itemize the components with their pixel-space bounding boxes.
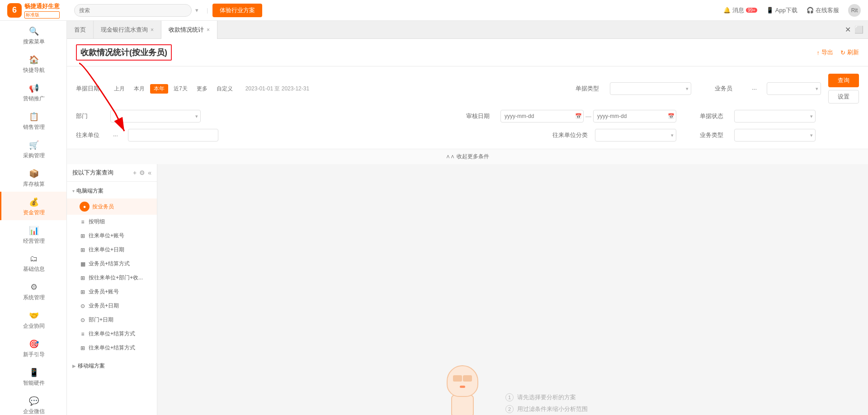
sidebar-item-inventory[interactable]: 📦 库存核算	[0, 163, 66, 192]
sidebar-item-operations[interactable]: 📊 经营管理	[0, 220, 66, 249]
date-tab-more[interactable]: 更多	[193, 84, 211, 94]
tab-bank-flow-close[interactable]: ×	[151, 27, 154, 33]
scheme-group-mobile: ▶ 移动端方案	[67, 357, 157, 375]
tab-collection-stats-close[interactable]: ×	[207, 27, 210, 33]
scheme-header-label: 按以下方案查询	[72, 169, 113, 177]
scheme-header: 按以下方案查询 + ⚙ «	[67, 164, 157, 182]
scheme-group-mobile-title[interactable]: ▶ 移动端方案	[67, 358, 157, 373]
scheme-add-btn[interactable]: +	[133, 169, 137, 176]
page-title: 收款情况统计(按业务员)	[76, 44, 172, 61]
dept-select-wrapper	[110, 110, 201, 123]
sidebar-item-corp-collab[interactable]: 🤝 企业协同	[0, 305, 66, 334]
app-logo: 6	[7, 3, 22, 18]
nav-dropdown-icon[interactable]: ▾	[195, 7, 198, 14]
scheme-item-by-salesman[interactable]: ● 按业务员	[67, 198, 157, 215]
review-date-start-input[interactable]	[500, 110, 584, 123]
sidebar-item-system[interactable]: ⚙ 系统管理	[0, 277, 66, 305]
dept-label: 部门	[76, 112, 103, 120]
list-icon: ≡	[80, 219, 86, 225]
app-download-btn[interactable]: 📱 App下载	[766, 6, 797, 14]
date-tab-7days[interactable]: 近7天	[170, 84, 191, 94]
scheme-item-customer-settlement1[interactable]: ≡ 往来单位+结算方式	[67, 327, 157, 341]
collapse-text: 收起更多条件	[457, 153, 489, 160]
query-btn[interactable]: 查询	[828, 74, 859, 87]
sidebar-item-smart-hw[interactable]: 📱 智能硬件	[0, 362, 66, 391]
review-date-end-input[interactable]	[593, 110, 676, 123]
scheme-collapse-btn[interactable]: «	[148, 169, 151, 176]
date-range-text: 2023-01-01 至 2023-12-31	[245, 85, 309, 93]
customer-more-btn[interactable]: ···	[110, 131, 121, 140]
refresh-btn[interactable]: ↻ 刷新	[840, 48, 859, 57]
salesman-more-btn[interactable]: ···	[749, 85, 760, 93]
date-dash: —	[585, 113, 591, 120]
sidebar-item-corp-wechat[interactable]: 💬 企业微信	[0, 391, 66, 415]
scheme-item-customer-settlement2[interactable]: ⊞ 往来单位+结算方式	[67, 341, 157, 355]
tab-maximize-btn[interactable]: ⬜	[854, 25, 863, 34]
filter-row-2: 部门 审核日期 —	[76, 110, 859, 123]
date-tab-this-month[interactable]: 本月	[130, 84, 148, 94]
messages-btn[interactable]: 🔔 消息 99+	[723, 6, 757, 14]
sidebar-item-guide[interactable]: 🎯 新手引导	[0, 334, 66, 362]
empty-robot-illustration	[438, 365, 487, 415]
mobile-group-arrow: ▶	[72, 363, 76, 368]
scheme-item-salesman-account[interactable]: ⊞ 业务员+账号	[67, 285, 157, 299]
list-icon-2: ≡	[80, 331, 86, 337]
logo-area: 6 畅捷通好生意 标准版	[7, 2, 74, 19]
tab-bank-flow[interactable]: 现金银行流水查询 ×	[94, 21, 161, 39]
sidebar-item-finance[interactable]: 💰 资金管理	[0, 192, 66, 220]
smart-hw-icon: 📱	[29, 368, 39, 377]
collapse-bar[interactable]: ∧∧ 收起更多条件	[67, 149, 868, 164]
scheme-item-by-detail[interactable]: ≡ 按明细	[67, 215, 157, 229]
dept-select[interactable]	[110, 110, 201, 123]
scheme-item-dept-date[interactable]: ⊙ 部门+日期	[67, 313, 157, 327]
sidebar-item-marketing[interactable]: 📢 营销推广	[0, 78, 66, 106]
tab-bar-right: ✕ ⬜	[845, 25, 868, 34]
guide-icon: 🎯	[29, 339, 39, 349]
date-tab-this-year[interactable]: 本年	[150, 84, 168, 94]
scheme-item-customer-account[interactable]: ⊞ 往来单位+账号	[67, 229, 157, 243]
set-btn[interactable]: 设置	[828, 90, 859, 104]
customer-label: 往来单位	[76, 131, 103, 139]
sidebar-item-search[interactable]: 🔍 搜索菜单	[0, 21, 66, 49]
customer-category-select[interactable]	[595, 129, 676, 141]
refresh-icon: ↻	[840, 49, 845, 56]
scheme-group-desktop-title[interactable]: ▾ 电脑端方案	[67, 184, 157, 198]
date-tab-last-month[interactable]: 上月	[110, 84, 128, 94]
voucher-type-select[interactable]	[610, 82, 691, 95]
tab-close-all-btn[interactable]: ✕	[845, 25, 851, 34]
scheme-settings-btn[interactable]: ⚙	[139, 169, 145, 176]
voucher-type-label: 单据类型	[576, 85, 603, 93]
filter-row-1: 单据日期 上月 本月 本年 近7天 更多 自定义 2023-01-01 至 20…	[76, 74, 859, 104]
purchase-icon: 🛒	[29, 140, 39, 150]
online-service-btn[interactable]: 🎧 在线客服	[807, 6, 839, 14]
scheme-item-salesman-date[interactable]: ⊙ 业务员+日期	[67, 299, 157, 313]
tab-collection-stats[interactable]: 收款情况统计 ×	[161, 21, 217, 39]
voucher-status-select[interactable]	[734, 110, 816, 123]
customer-input-area[interactable]	[128, 129, 218, 141]
review-date-group: —	[500, 110, 676, 123]
trial-btn[interactable]: 体验行业方案	[212, 4, 262, 17]
business-type-select[interactable]	[734, 129, 816, 141]
clock-icon-1: ⊙	[80, 303, 86, 309]
sidebar-item-quick-nav[interactable]: 🏠 快捷导航	[0, 49, 66, 78]
filter-panel: 单据日期 上月 本月 本年 近7天 更多 自定义 2023-01-01 至 20…	[67, 66, 868, 149]
table-icon-3: ⊞	[80, 275, 86, 281]
header-search-input[interactable]	[74, 4, 192, 17]
layout: 🔍 搜索菜单 🏠 快捷导航 📢 营销推广 📋 销售管理 🛒 采购管理 📦 库存核…	[0, 21, 868, 415]
scheme-item-salesman-settlement[interactable]: ▦ 业务员+结算方式	[67, 257, 157, 271]
voucher-status-label: 单据状态	[700, 112, 727, 120]
user-avatar[interactable]: Rit	[848, 4, 861, 17]
scheme-item-customer-dept-collect[interactable]: ⊞ 按往来单位+部门+收...	[67, 271, 157, 285]
date-tab-custom[interactable]: 自定义	[213, 84, 236, 94]
business-type-label: 业务类型	[700, 131, 727, 139]
scheme-item-customer-date[interactable]: ⊞ 往来单位+日期	[67, 243, 157, 257]
sidebar-item-basic-info[interactable]: 🗂 基础信息	[0, 249, 66, 277]
export-btn[interactable]: ↑ 导出	[817, 48, 834, 57]
app-title: 畅捷通好生意	[24, 2, 60, 10]
inventory-icon: 📦	[29, 169, 39, 179]
empty-tip-1: 1 请先选择要分析的方案	[505, 391, 588, 403]
tab-home[interactable]: 首页	[67, 21, 94, 39]
salesman-select[interactable]	[767, 82, 821, 95]
sidebar-item-sales[interactable]: 📋 销售管理	[0, 106, 66, 135]
sidebar-item-purchase[interactable]: 🛒 采购管理	[0, 135, 66, 163]
